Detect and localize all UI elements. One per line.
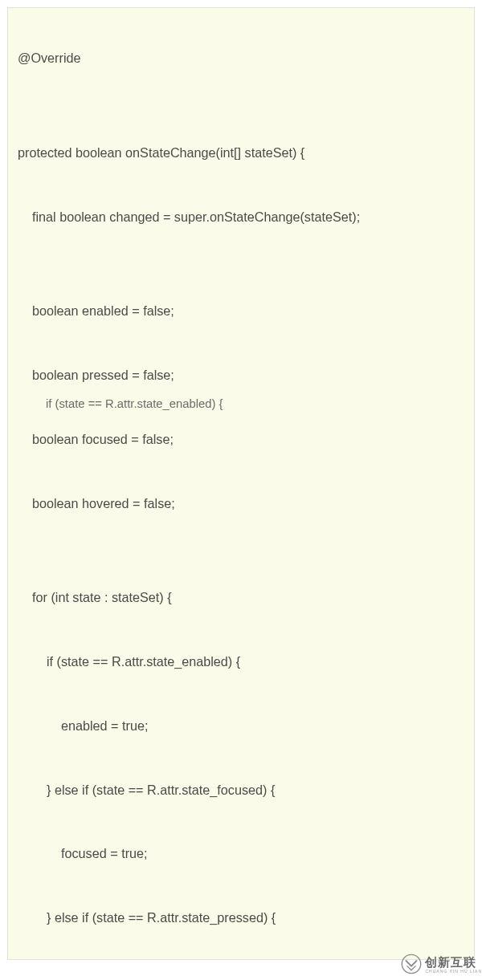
code-line: } else if (state == R.attr.state_focused… bbox=[18, 774, 464, 807]
code-line: @Override bbox=[18, 42, 464, 75]
code-line: boolean enabled = false; bbox=[18, 295, 464, 328]
code-line: boolean focused = false; bbox=[18, 423, 464, 457]
code-line: boolean pressed = false; bbox=[18, 359, 464, 392]
watermark-main: 创新互联 bbox=[425, 955, 476, 969]
code-line: for (int state : stateSet) { bbox=[18, 581, 464, 615]
code-line: protected boolean onStateChange(int[] st… bbox=[18, 136, 464, 170]
watermark: 创新互联 CHUANG XIN HU LIAN bbox=[401, 953, 482, 975]
code-line: boolean hovered = false; bbox=[18, 487, 464, 521]
code-block: @Override protected boolean onStateChang… bbox=[7, 7, 475, 960]
watermark-sub: CHUANG XIN HU LIAN bbox=[425, 969, 482, 974]
code-line: focused = true; bbox=[18, 837, 464, 871]
code-line: if (state == R.attr.state_enabled) { bbox=[18, 645, 464, 679]
watermark-text: 创新互联 CHUANG XIN HU LIAN bbox=[425, 955, 482, 974]
code-line: final boolean changed = super.onStateCha… bbox=[18, 201, 464, 234]
code-line: enabled = true; bbox=[18, 710, 464, 743]
code-line: } else if (state == R.attr.state_pressed… bbox=[18, 901, 464, 935]
watermark-logo-icon bbox=[401, 954, 422, 974]
